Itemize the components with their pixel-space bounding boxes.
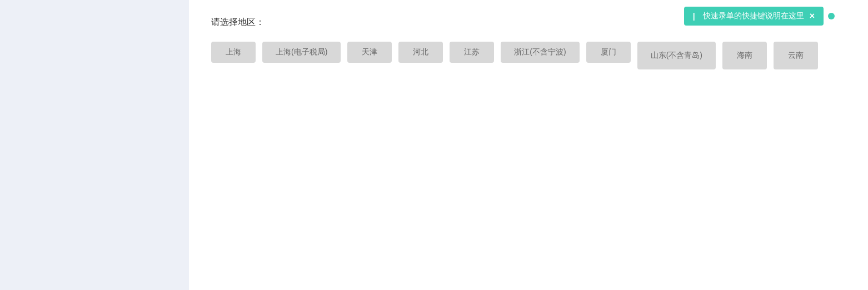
tooltip-dot (828, 13, 835, 19)
region-btn-shanghai[interactable]: 上海 (211, 42, 256, 63)
region-row-2: 山东(不含青岛)海南云南 (637, 42, 818, 69)
tooltip-close-button[interactable]: × (810, 11, 815, 21)
region-btn-hebei[interactable]: 河北 (398, 42, 443, 63)
region-row-1: 上海上海(电子税局)天津河北江苏浙江(不含宁波)厦门 (211, 42, 631, 63)
tooltip-container: 快速录单的快捷键说明在这里 × (684, 7, 835, 26)
region-btn-jiangsu[interactable]: 江苏 (450, 42, 494, 63)
region-btn-xiamen[interactable]: 厦门 (586, 42, 631, 63)
main-content: 请选择地区： 上海上海(电子税局)天津河北江苏浙江(不含宁波)厦门 山东(不含青… (189, 0, 868, 290)
region-btn-shandong[interactable]: 山东(不含青岛) (637, 42, 716, 69)
tooltip-bubble: 快速录单的快捷键说明在这里 × (684, 7, 824, 26)
tooltip-text: 快速录单的快捷键说明在这里 (703, 11, 804, 21)
region-btn-tianjin[interactable]: 天津 (347, 42, 392, 63)
region-btn-shanghai-etax[interactable]: 上海(电子税局) (262, 42, 341, 63)
region-buttons: 上海上海(电子税局)天津河北江苏浙江(不含宁波)厦门 山东(不含青岛)海南云南 (211, 42, 846, 69)
region-btn-hainan[interactable]: 海南 (722, 42, 767, 69)
region-btn-zhejiang[interactable]: 浙江(不含宁波) (501, 42, 579, 63)
region-btn-yunnan[interactable]: 云南 (774, 42, 818, 69)
left-sidebar (0, 0, 189, 290)
